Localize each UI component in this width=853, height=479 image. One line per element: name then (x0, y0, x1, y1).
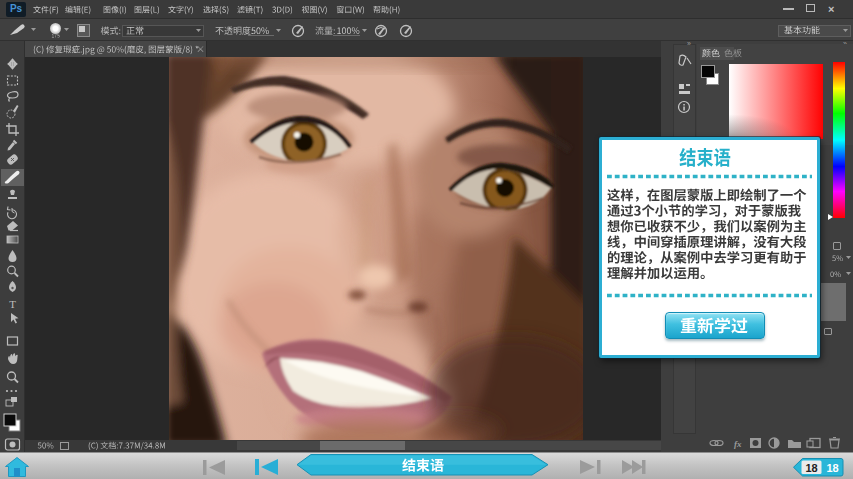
svg-text:18: 18 (826, 462, 838, 474)
svg-text:fx: fx (734, 439, 742, 449)
svg-text:T: T (9, 298, 16, 310)
svg-text:18: 18 (805, 462, 817, 474)
